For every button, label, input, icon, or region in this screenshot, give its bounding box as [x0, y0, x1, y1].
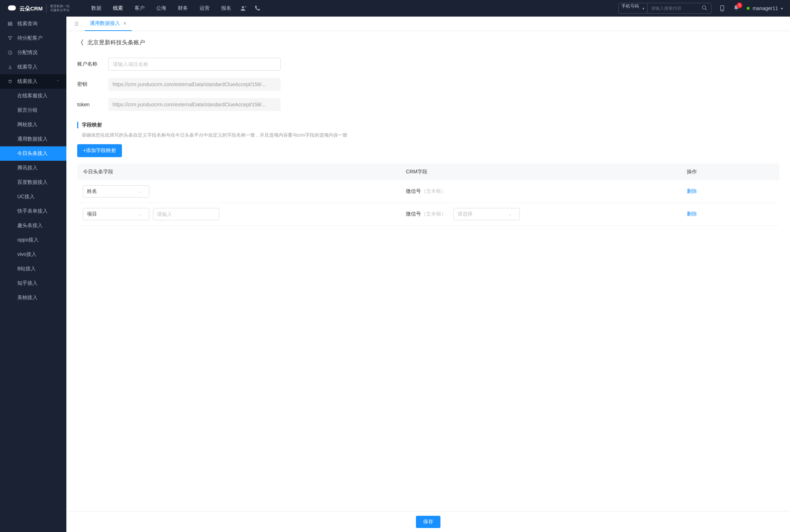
crm-field-name: 微信号	[406, 211, 421, 217]
sidebar-sub-item[interactable]: 在线客服接入	[0, 89, 66, 103]
save-button[interactable]: 保存	[416, 516, 440, 528]
token-label: token	[77, 102, 102, 107]
filter-icon	[7, 35, 13, 41]
sidebar-sub-item[interactable]: 留言分组	[0, 103, 66, 118]
nav-item[interactable]: 财务	[178, 5, 188, 12]
sidebar-sub-item[interactable]: oppo接入	[0, 233, 66, 247]
phone-icon[interactable]	[254, 5, 261, 12]
sidebar-item[interactable]: 线索查询	[0, 17, 66, 31]
sidebar-sub-item[interactable]: 快手表单接入	[0, 204, 66, 218]
mobile-icon[interactable]	[719, 5, 726, 12]
notification-bell[interactable]: 5	[733, 5, 739, 12]
svg-rect-5	[8, 23, 12, 24]
notification-badge: 5	[737, 3, 742, 8]
svg-point-1	[702, 6, 706, 9]
pie-icon	[7, 50, 13, 56]
section-title: 字段映射	[77, 122, 779, 128]
sidebar-sub-item[interactable]: 趣头条接入	[0, 218, 66, 233]
sidebar-item-label: 待分配客户	[17, 35, 43, 41]
sidebar-item[interactable]: 分配情况	[0, 45, 66, 60]
sidebar-sub-item[interactable]: vivo接入	[0, 247, 66, 262]
sidebar-sub-item[interactable]: 百度数据接入	[0, 175, 66, 190]
account-input[interactable]	[108, 58, 281, 71]
nav-item[interactable]: 客户	[135, 5, 145, 12]
field-select[interactable]: 项目 ⌄	[83, 208, 149, 220]
search-icon[interactable]	[698, 5, 711, 12]
status-dot-icon	[747, 7, 750, 10]
search-type-select[interactable]: 手机号码	[619, 3, 642, 13]
close-icon[interactable]: ✕	[123, 21, 127, 26]
sidebar-item[interactable]: 线索导入	[0, 60, 66, 74]
tab-collapse-icon[interactable]: ☰	[72, 21, 81, 27]
brand-logo: 云朵CRM 教育机构一站 式服务云平台	[7, 3, 70, 13]
key-value: https://crm.yunduocrm.com/externalData/s…	[108, 78, 281, 91]
tab-general-data[interactable]: 通用数据接入 ✕	[85, 17, 132, 31]
chevron-down-icon: ⌄	[138, 212, 141, 216]
plug-icon	[7, 79, 13, 84]
app-header: 云朵CRM 教育机构一站 式服务云平台 数据线索客户公海财务运营报名 手机号码 …	[0, 0, 790, 17]
svg-rect-4	[8, 22, 12, 23]
chevron-down-icon: ▾	[642, 6, 644, 10]
sidebar-sub-item[interactable]: 美柚接入	[0, 291, 66, 305]
tab-label: 通用数据接入	[90, 20, 120, 27]
chevron-down-icon: ⌄	[138, 190, 141, 194]
user-menu[interactable]: manager11 ▾	[747, 5, 783, 11]
field-select[interactable]: 姓名 ⌄	[83, 185, 149, 198]
tab-bar: ☰ 通用数据接入 ✕	[66, 17, 790, 31]
add-mapping-button[interactable]: +添加字段映射	[77, 144, 122, 157]
col-crm-field: CRM字段	[400, 164, 681, 180]
sidebar-item-label: 线索查询	[17, 21, 38, 27]
crm-field-type: （文本框）	[421, 211, 446, 217]
sidebar-item-label: 分配情况	[17, 49, 38, 56]
user-add-icon[interactable]	[240, 5, 247, 12]
custom-field-input[interactable]	[153, 208, 219, 220]
username: manager11	[752, 5, 778, 11]
sidebar-item[interactable]: 待分配客户	[0, 31, 66, 45]
brand-name: 云朵CRM	[19, 6, 43, 11]
sidebar-sub-item[interactable]: 腾讯接入	[0, 161, 66, 175]
crm-select[interactable]: 请选择 ⌄	[453, 208, 520, 220]
crm-field-type: （文本框）	[421, 188, 446, 194]
col-action: 操作	[681, 164, 779, 180]
page-footer: 保存	[66, 511, 790, 532]
nav-item[interactable]: 运营	[199, 5, 210, 12]
sidebar: 线索查询待分配客户分配情况线索导入线索接入⌃在线客服接入留言分组网校接入通用数据…	[0, 17, 66, 532]
sidebar-sub-item[interactable]: 今日头条接入	[0, 146, 66, 161]
svg-point-0	[242, 6, 244, 8]
crm-field-name: 微信号	[406, 188, 421, 194]
nav-item[interactable]: 线索	[113, 5, 123, 12]
search-group: 手机号码 ▾	[618, 3, 711, 14]
delete-link[interactable]: 删除	[687, 188, 697, 194]
delete-link[interactable]: 删除	[687, 211, 697, 217]
svg-rect-6	[8, 25, 12, 25]
token-value: https://crm.yunduocrm.com/externalData/s…	[108, 98, 281, 111]
sidebar-sub-item[interactable]: UC接入	[0, 190, 66, 204]
search-input[interactable]	[648, 6, 698, 11]
sidebar-sub-item[interactable]: B站接入	[0, 262, 66, 276]
nav-item[interactable]: 公海	[156, 5, 166, 12]
list-icon	[7, 21, 13, 27]
import-icon	[7, 64, 13, 70]
sidebar-item-label: 线索接入	[17, 78, 38, 85]
back-icon[interactable]: 〈	[77, 38, 84, 47]
account-label: 账户名称	[77, 61, 102, 67]
chevron-down-icon: ⌄	[509, 212, 512, 216]
top-nav: 数据线索客户公海财务运营报名	[91, 5, 231, 12]
sidebar-sub-item[interactable]: 知乎接入	[0, 276, 66, 291]
section-desc: 请确保您在此填写的头条自定义字段名称与在今日头条平台中自定义的字段名称一致，并且…	[77, 132, 779, 138]
sidebar-item-label: 线索导入	[17, 64, 38, 70]
nav-item[interactable]: 数据	[91, 5, 101, 12]
sidebar-sub-item[interactable]: 网校接入	[0, 118, 66, 132]
svg-point-3	[722, 10, 723, 10]
sidebar-item[interactable]: 线索接入⌃	[0, 74, 66, 89]
mapping-table: 今日头条字段 CRM字段 操作 姓名 ⌄	[77, 164, 779, 226]
table-row: 项目 ⌄ 微信号（文本框） 请选择	[77, 203, 779, 226]
brand-subtitle: 教育机构一站 式服务云平台	[50, 4, 70, 12]
sidebar-sub-item[interactable]: 通用数据接入	[0, 132, 66, 146]
chevron-up-icon: ⌃	[56, 80, 59, 84]
table-row: 姓名 ⌄ 微信号（文本框） 删除	[77, 180, 779, 203]
logo-divider	[46, 4, 47, 13]
chevron-down-icon: ▾	[781, 6, 783, 10]
page-title: 北京昱新科技头条账户	[87, 39, 145, 46]
nav-item[interactable]: 报名	[221, 5, 231, 12]
